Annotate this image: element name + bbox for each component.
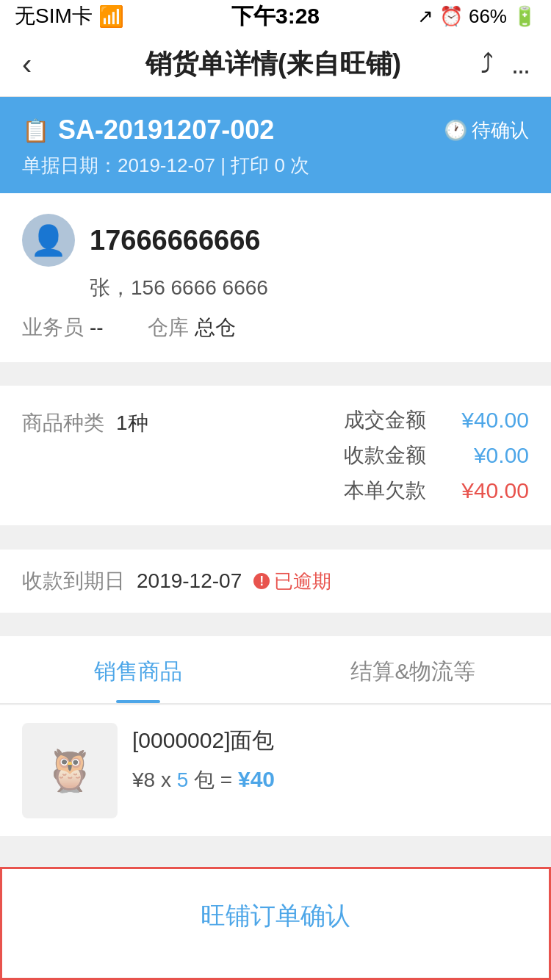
order-date: 单据日期：2019-12-07 | 打印 0 次 bbox=[22, 153, 529, 179]
tabs-row: 销售商品 结算&物流等 bbox=[0, 636, 551, 703]
order-id: 📋 SA-20191207-002 bbox=[22, 115, 274, 145]
order-id-text: SA-20191207-002 bbox=[58, 115, 274, 145]
owed-label: 本单欠款 bbox=[344, 477, 426, 505]
received-row: 收款金额 ¥0.00 bbox=[344, 442, 529, 469]
sales-label: 业务员 bbox=[22, 314, 84, 342]
location-icon: ↗ bbox=[417, 5, 433, 28]
category-label: 商品种类 bbox=[22, 409, 104, 437]
battery-text: 66% bbox=[469, 5, 507, 28]
product-thumbnail: 🦉 bbox=[22, 723, 118, 818]
overdue-text: 已逾期 bbox=[274, 569, 331, 594]
customer-section: 👤 17666666666 张，156 6666 6666 业务员 -- 仓库 … bbox=[0, 193, 551, 362]
alarm-icon: ⏰ bbox=[439, 5, 463, 28]
overdue-icon: ! bbox=[253, 573, 270, 589]
avatar: 👤 bbox=[22, 214, 75, 267]
summary-section: 商品种类 1种 成交金额 ¥40.00 收款金额 ¥0.00 本单欠款 ¥40.… bbox=[0, 386, 551, 525]
received-value: ¥0.00 bbox=[441, 443, 529, 468]
divider-2 bbox=[0, 525, 551, 537]
warehouse-label: 仓库 bbox=[148, 314, 189, 342]
product-info: [0000002]面包 ¥8 x 5 包 = ¥40 bbox=[132, 723, 529, 794]
due-label: 收款到期日 bbox=[22, 567, 125, 595]
overdue-badge: ! 已逾期 bbox=[253, 569, 331, 594]
battery-icon: 🔋 bbox=[513, 5, 536, 28]
confirm-button[interactable]: 旺铺订单确认 bbox=[24, 884, 527, 948]
warehouse-meta: 仓库 总仓 bbox=[148, 314, 236, 342]
share-button[interactable]: ⤴ bbox=[480, 49, 494, 80]
order-status: 🕐 待确认 bbox=[444, 118, 529, 143]
header-card: 📋 SA-20191207-002 🕐 待确认 单据日期：2019-12-07 … bbox=[0, 97, 551, 193]
product-section: 🦉 [0000002]面包 ¥8 x 5 包 = ¥40 bbox=[0, 705, 551, 836]
customer-phone: 17666666666 bbox=[90, 225, 260, 256]
status-bar: 无SIM卡 📶 下午3:28 ↗ ⏰ 66% 🔋 bbox=[0, 0, 551, 32]
product-thumb-icon: 🦉 bbox=[44, 746, 96, 795]
status-time: 下午3:28 bbox=[231, 1, 320, 32]
due-date-section: 收款到期日 2019-12-07 ! 已逾期 bbox=[0, 549, 551, 613]
amount-value: ¥40.00 bbox=[441, 408, 529, 433]
product-item: 🦉 [0000002]面包 ¥8 x 5 包 = ¥40 bbox=[22, 723, 529, 818]
tab-sales-products[interactable]: 销售商品 bbox=[0, 636, 276, 703]
wifi-icon: 📶 bbox=[98, 4, 124, 29]
qty-unit: 包 bbox=[194, 768, 215, 791]
price-unit: ¥8 bbox=[132, 768, 155, 791]
sales-value: -- bbox=[90, 316, 104, 339]
status-text: 待确认 bbox=[472, 118, 529, 143]
product-name: [0000002]面包 bbox=[132, 726, 529, 756]
summary-left: 商品种类 1种 bbox=[22, 406, 148, 437]
product-price: ¥8 x 5 包 = ¥40 bbox=[132, 766, 529, 794]
more-button[interactable]: ... bbox=[511, 49, 529, 80]
amount-row: 成交金额 ¥40.00 bbox=[344, 406, 529, 434]
due-date-value: 2019-12-07 bbox=[137, 569, 242, 593]
owed-value: ¥40.00 bbox=[441, 478, 529, 503]
bottom-bar: 旺铺订单确认 bbox=[0, 867, 551, 980]
customer-meta: 业务员 -- 仓库 总仓 bbox=[22, 314, 529, 342]
status-left: 无SIM卡 📶 bbox=[15, 2, 124, 30]
product-total: ¥40 bbox=[238, 767, 275, 791]
product-qty: 5 bbox=[177, 768, 189, 791]
divider-3 bbox=[0, 613, 551, 624]
sales-meta: 业务员 -- bbox=[22, 314, 104, 342]
category-value: 1种 bbox=[116, 409, 148, 437]
equals-sign: = bbox=[220, 768, 238, 791]
amount-label: 成交金额 bbox=[344, 406, 426, 434]
owed-row: 本单欠款 ¥40.00 bbox=[344, 477, 529, 505]
warehouse-value: 总仓 bbox=[195, 314, 236, 342]
tab-sales-products-label: 销售商品 bbox=[94, 659, 182, 683]
page-title: 销货单详情(来自旺铺) bbox=[145, 46, 401, 82]
status-clock-icon: 🕐 bbox=[444, 119, 467, 142]
divider-1 bbox=[0, 362, 551, 374]
summary-right: 成交金额 ¥40.00 收款金额 ¥0.00 本单欠款 ¥40.00 bbox=[344, 406, 529, 505]
nav-bar: ‹ 销货单详情(来自旺铺) ⤴ ... bbox=[0, 32, 551, 97]
status-right: ↗ ⏰ 66% 🔋 bbox=[417, 5, 536, 28]
received-label: 收款金额 bbox=[344, 442, 426, 469]
customer-name: 张，156 6666 6666 bbox=[90, 274, 529, 302]
tab-settlement-label: 结算&物流等 bbox=[350, 659, 475, 683]
carrier-text: 无SIM卡 bbox=[15, 2, 93, 30]
nav-actions: ⤴ ... bbox=[480, 49, 529, 80]
order-id-icon: 📋 bbox=[22, 118, 49, 143]
avatar-icon: 👤 bbox=[30, 223, 67, 258]
multiply-sign: x bbox=[161, 768, 177, 791]
tab-settlement[interactable]: 结算&物流等 bbox=[276, 636, 551, 703]
tabs-section: 销售商品 结算&物流等 bbox=[0, 636, 551, 704]
back-button[interactable]: ‹ bbox=[22, 48, 66, 81]
